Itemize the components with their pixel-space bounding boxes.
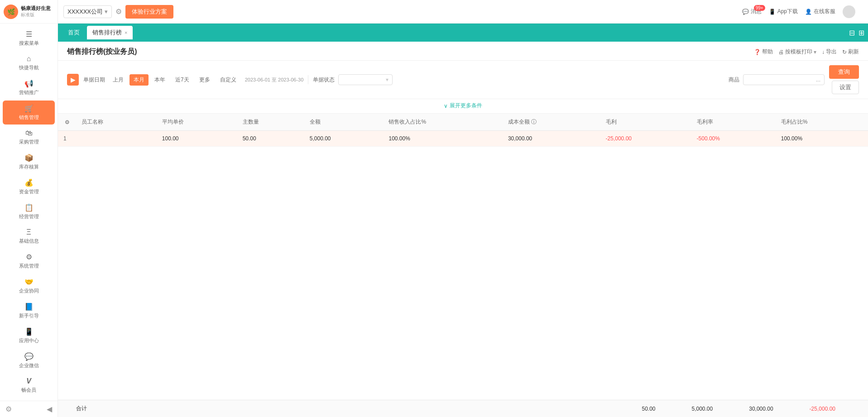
logo-icon: 🌿 [4, 5, 18, 19]
cell-avg-price: 100.00 [157, 131, 237, 147]
sidebar-item-marketing[interactable]: 📢 营销推广 [3, 76, 55, 100]
footer-collapse-icon[interactable]: ◀ [47, 405, 52, 413]
date-buttons: 上月 本月 本年 近7天 更多 自定义 [109, 74, 240, 86]
th-qty: 主数量 [237, 114, 304, 131]
app-download-button[interactable]: 📱 App下载 [769, 8, 798, 15]
date-btn-last-month[interactable]: 上月 [109, 74, 128, 86]
avatar[interactable] [843, 5, 855, 18]
system-icon: ⚙ [26, 253, 32, 261]
print-dropdown-icon: ▾ [814, 49, 816, 55]
cell-amount: 5,000.00 [304, 131, 384, 147]
cell-profit: -25,000.00 [600, 131, 691, 147]
marketing-icon: 📢 [24, 79, 34, 88]
export-button[interactable]: ↓ 导出 [822, 48, 837, 56]
table-header-row: ⚙ 员工名称 平均单价 主数量 全额 销售收入占比% 成本全额 ⓘ 毛利 毛利率… [58, 114, 868, 131]
filter-separator-1 [308, 75, 308, 84]
tab-home[interactable]: 首页 [62, 26, 86, 39]
title-actions: ❓ 帮助 🖨 按模板打印 ▾ ↓ 导出 ↻ 刷新 [754, 48, 859, 56]
message-button[interactable]: 💬 消息 99+ [742, 8, 762, 15]
company-selector[interactable]: XXXXXX公司 ▾ [63, 5, 112, 18]
message-icon: 💬 [742, 9, 749, 15]
cell-sales-pct: 100.00% [383, 131, 502, 147]
refresh-icon: ↻ [842, 49, 847, 55]
tab-minimize-button[interactable]: ⊟ [849, 29, 855, 37]
footer-profit: -25,000.00 [810, 406, 835, 412]
goods-more-icon[interactable]: ... [816, 77, 820, 83]
sidebar-item-guide[interactable]: 📘 新手引导 [3, 299, 55, 323]
table-footer: 合计 50.00 5,000.00 30,000.00 -25,000.00 [58, 400, 868, 417]
filter-toggle-arrow[interactable]: ▶ [67, 74, 79, 86]
export-icon: ↓ [822, 49, 825, 55]
th-profit-rate: 毛利率 [691, 114, 776, 131]
sidebar-item-member[interactable]: V 畅会员 [3, 374, 55, 397]
trial-button[interactable]: 体验行业方案 [125, 5, 173, 19]
sidebar-item-purchase[interactable]: 🛍 采购管理 [3, 125, 55, 149]
footer-total-label: 合计 [63, 405, 87, 412]
date-btn-7days[interactable]: 近7天 [171, 74, 193, 86]
tab-sales-ranking[interactable]: 销售排行榜 × [87, 26, 133, 39]
sidebar-item-shortcuts[interactable]: ⌂ 快捷导航 [3, 51, 55, 75]
sidebar-item-sales[interactable]: 🛒 销售管理 [3, 101, 55, 125]
tab-close-icon[interactable]: × [125, 30, 127, 35]
tab-bar: 首页 销售排行榜 × ⊟ ⊞ [58, 24, 868, 42]
help-button[interactable]: ❓ 帮助 [754, 48, 773, 56]
date-btn-this-month[interactable]: 本月 [129, 74, 149, 86]
query-button[interactable]: 查询 [829, 65, 859, 79]
data-table: ⚙ 员工名称 平均单价 主数量 全额 销售收入占比% 成本全额 ⓘ 毛利 毛利率… [58, 114, 868, 147]
sidebar-item-basic[interactable]: Ξ 基础信息 [3, 225, 55, 248]
footer-settings-icon[interactable]: ⚙ [5, 405, 12, 413]
settings-button[interactable]: 设置 [832, 81, 859, 94]
wechat-icon: 💬 [24, 352, 34, 361]
th-amount: 全额 [304, 114, 384, 131]
logo-text: 畅康通好生意 标准版 [21, 5, 51, 18]
operation-icon: 📋 [24, 203, 34, 212]
header-right: 💬 消息 99+ 📱 App下载 👤 在线客服 [742, 5, 863, 18]
th-sales-pct: 销售收入占比% [383, 114, 502, 131]
th-cost: 成本全额 ⓘ [503, 114, 600, 131]
refresh-button[interactable]: ↻ 刷新 [842, 48, 859, 56]
sidebar-item-inventory[interactable]: 📦 库存核算 [3, 150, 55, 174]
th-employee-name: 员工名称 [76, 114, 157, 131]
goods-input[interactable]: ... [743, 74, 825, 85]
help-icon: ❓ [754, 49, 761, 55]
home-icon: ⌂ [27, 55, 31, 63]
status-dropdown-icon: ▾ [386, 77, 388, 83]
th-avg-price: 平均单价 [157, 114, 237, 131]
cell-qty: 50.00 [237, 131, 304, 147]
table-row: 1 100.00 50.00 5,000.00 100.00% 30,000.0… [58, 131, 868, 147]
finance-icon: 💰 [24, 178, 34, 187]
cell-employee-name [76, 131, 157, 147]
sidebar-item-system[interactable]: ⚙ 系统管理 [3, 249, 55, 273]
status-select[interactable]: ▾ [338, 74, 393, 85]
date-btn-more[interactable]: 更多 [195, 74, 214, 86]
sidebar-item-operation[interactable]: 📋 经营管理 [3, 200, 55, 224]
sidebar-item-finance[interactable]: 💰 资金管理 [3, 175, 55, 199]
th-profit: 毛利 [600, 114, 691, 131]
sidebar-item-wechat[interactable]: 💬 企业微信 [3, 349, 55, 373]
query-btn-group: 查询 设置 [829, 65, 859, 94]
cell-cost: 30,000.00 [503, 131, 600, 147]
sidebar-nav: ☰ 搜索菜单 ⌂ 快捷导航 📢 营销推广 🛒 销售管理 🛍 采购管理 📦 库存核… [0, 24, 58, 401]
service-icon: 👤 [805, 9, 812, 15]
print-button[interactable]: 🖨 按模板打印 ▾ [778, 48, 816, 56]
th-settings[interactable]: ⚙ [58, 114, 76, 131]
sales-icon: 🛒 [24, 104, 34, 113]
inventory-icon: 📦 [24, 153, 34, 162]
online-service-button[interactable]: 👤 在线客服 [805, 8, 835, 15]
filter-bar: ▶ 单据日期 上月 本月 本年 近7天 更多 自定义 2023-06-01 至 … [58, 61, 868, 99]
cell-profit-pct: 100.00% [776, 131, 868, 147]
data-table-container: ⚙ 员工名称 平均单价 主数量 全额 销售收入占比% 成本全额 ⓘ 毛利 毛利率… [58, 114, 868, 400]
guide-icon: 📘 [24, 302, 34, 311]
date-btn-this-year[interactable]: 本年 [150, 74, 169, 86]
date-btn-custom[interactable]: 自定义 [216, 74, 240, 86]
tab-expand-button[interactable]: ⊞ [858, 29, 864, 37]
sidebar-item-apps[interactable]: 📱 应用中心 [3, 324, 55, 348]
logo-area: 🌿 畅康通好生意 标准版 [0, 0, 58, 24]
sidebar-item-search[interactable]: ☰ 搜索菜单 [3, 26, 55, 50]
basic-icon: Ξ [26, 228, 31, 236]
date-range-display: 2023-06-01 至 2023-06-30 [245, 77, 304, 83]
sidebar-item-collab[interactable]: 🤝 企业协同 [3, 274, 55, 298]
footer-qty: 50.00 [642, 406, 655, 412]
settings-gear-icon[interactable]: ⚙ [115, 7, 122, 16]
expand-conditions-button[interactable]: ∨ 展开更多条件 [444, 102, 482, 110]
